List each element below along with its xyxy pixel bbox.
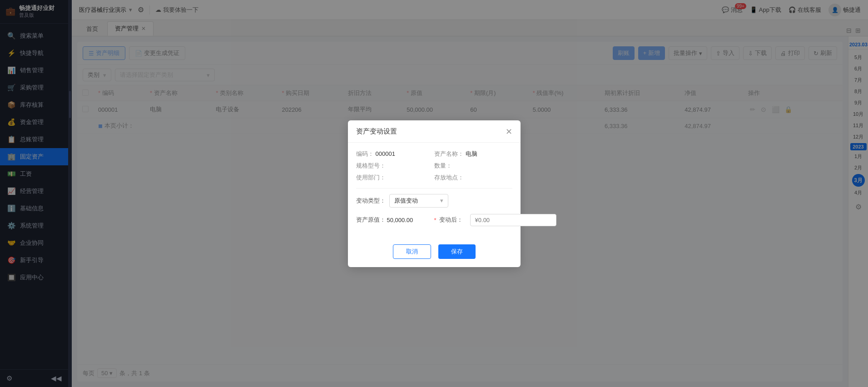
dialog-quantity-field: 数量： (434, 162, 512, 170)
after-change-input[interactable] (470, 214, 556, 226)
dialog-code-field: 编码： 000001 (356, 150, 434, 158)
dialog-header: 资产变动设置 ✕ (348, 120, 521, 143)
quantity-label: 数量： (434, 162, 452, 170)
asset-change-dialog: 资产变动设置 ✕ 编码： 000001 资产名称： 电脑 规格型号： 数量： (348, 120, 521, 267)
cancel-button[interactable]: 取消 (393, 244, 431, 259)
code-label: 编码： (356, 150, 374, 158)
dialog-overlay: 资产变动设置 ✕ 编码： 000001 资产名称： 电脑 规格型号： 数量： (0, 0, 868, 387)
change-type-value: 原值变动 (394, 197, 418, 205)
save-button[interactable]: 保存 (438, 244, 476, 259)
chevron-down-icon: ▾ (440, 197, 443, 204)
dialog-close-icon[interactable]: ✕ (506, 127, 512, 137)
dialog-body: 编码： 000001 资产名称： 电脑 规格型号： 数量： 使用部门： (348, 143, 521, 240)
after-change-label: 变动后： (439, 216, 466, 224)
dialog-title: 资产变动设置 (356, 127, 397, 136)
location-label: 存放地点： (434, 174, 464, 182)
spec-label: 规格型号： (356, 162, 386, 170)
department-label: 使用部门： (356, 174, 386, 182)
code-value: 000001 (376, 150, 395, 157)
value-change-row: 资产原值： 50,000.00 * 变动后： (356, 214, 512, 226)
dialog-info-grid: 编码： 000001 资产名称： 电脑 规格型号： 数量： 使用部门： (356, 150, 512, 189)
dialog-spec-field: 规格型号： (356, 162, 434, 170)
change-type-select[interactable]: 原值变动 ▾ (389, 194, 448, 208)
dialog-location-field: 存放地点： (434, 174, 512, 182)
original-value: 50,000.00 (387, 217, 423, 223)
dialog-footer: 取消 保存 (348, 240, 521, 267)
dialog-name-field: 资产名称： 电脑 (434, 150, 512, 158)
required-mark: * (434, 217, 436, 223)
asset-name-value: 电脑 (466, 150, 477, 158)
change-type-row: 变动类型： 原值变动 ▾ (356, 194, 512, 208)
asset-name-label: 资产名称： (434, 150, 464, 158)
change-type-label: 变动类型： (356, 197, 386, 205)
original-value-label: 资产原值： (356, 216, 383, 224)
dialog-department-field: 使用部门： (356, 174, 434, 182)
